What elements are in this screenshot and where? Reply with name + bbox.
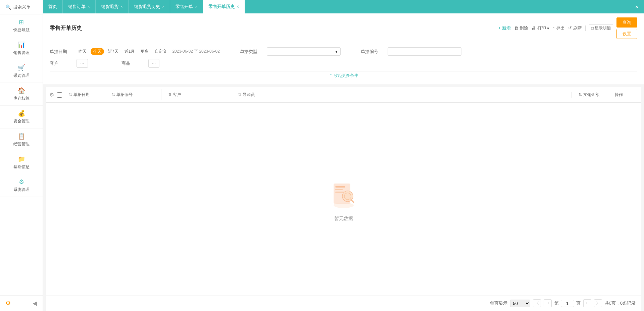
purchase-mgmt-icon: 🛒 (18, 64, 25, 71)
customer-picker[interactable]: ··· (77, 59, 88, 68)
print-button[interactable]: 🖨 打印 ▾ (532, 25, 549, 31)
sidebar-footer: ⚙ ◀ (0, 295, 43, 311)
per-page-label: 每页显示 (490, 300, 507, 306)
col-header-date[interactable]: ⇅ 单据日期 (65, 89, 105, 100)
bill-type-select[interactable]: ▾ (267, 47, 341, 56)
col-num-label: 单据编号 (116, 92, 133, 98)
delete-button[interactable]: 🗑 删除 (514, 25, 529, 31)
next-page-button[interactable]: 〉 (583, 299, 591, 307)
first-page-button[interactable]: 《 (533, 299, 541, 307)
tab-sales-return-history-close[interactable]: × (162, 4, 164, 9)
tab-retail-history[interactable]: 零售开单历史 × (203, 0, 245, 13)
tab-retail-history-label: 零售开单历史 (208, 4, 235, 10)
export-button[interactable]: ↑ 导出 (553, 25, 565, 31)
tab-sales-order[interactable]: 销售订单 × (63, 0, 96, 13)
tab-sales-return-history[interactable]: 销货退货历史 × (129, 0, 170, 13)
tab-retail-open-close[interactable]: × (195, 4, 197, 9)
date-btn-7days[interactable]: 近7天 (106, 48, 120, 55)
per-page-select[interactable]: 10 20 50 100 (510, 300, 530, 307)
date-buttons: 昨天 今天 近7天 近1月 更多 自定义 2023-06-02 至 2023-0… (77, 48, 220, 55)
sidebar-item-sales-mgmt[interactable]: 📊 销售管理 (0, 37, 43, 60)
topbar-tabs: 首页 销售订单 × 销货退货 × 销货退货历史 × 零售开单 × 零售开单历史 … (43, 0, 245, 13)
sidebar-item-sys-mgmt[interactable]: ⚙ 系统管理 (0, 174, 43, 197)
collapse-sidebar-icon[interactable]: ◀ (33, 300, 37, 307)
window-close-button[interactable]: ✕ (635, 4, 639, 9)
sidebar-item-finance[interactable]: 💰 资金管理 (0, 106, 43, 128)
display-cols-button[interactable]: □ 显示明细 (589, 24, 613, 32)
print-arrow-icon: ▾ (547, 26, 549, 31)
tab-sales-order-close[interactable]: × (88, 4, 90, 9)
date-btn-custom[interactable]: 自定义 (153, 48, 169, 55)
sidebar-nav: ⊞ 快捷导航 📊 销售管理 🛒 采购管理 🏠 库存核算 💰 资金管理 📋 经营管… (0, 14, 43, 295)
col-date-label: 单据日期 (73, 92, 90, 98)
inventory-icon: 🏠 (18, 87, 25, 94)
filter-area: 单据日期 昨天 今天 近7天 近1月 更多 自定义 2023-06-02 至 2… (43, 43, 644, 84)
sidebar-search-label: 搜索采单 (13, 4, 31, 10)
customer-label: 客户 (50, 60, 70, 66)
col-header-customer[interactable]: ⇅ 客户 (164, 89, 231, 100)
tab-sales-return-close[interactable]: × (120, 4, 123, 9)
filter-row-1: 单据日期 昨天 今天 近7天 近1月 更多 自定义 2023-06-02 至 2… (50, 47, 637, 56)
page-suffix: 页 (576, 300, 581, 306)
page-number-input[interactable] (561, 300, 574, 307)
first-page-icon: 《 (535, 301, 539, 306)
col-guide-label: 导购员 (243, 92, 255, 98)
finance-icon: 💰 (18, 110, 25, 117)
sidebar-item-inventory[interactable]: 🏠 库存核算 (0, 83, 43, 106)
collapse-filter-btn[interactable]: ⌃ 收起更多条件 (50, 71, 637, 80)
base-info-icon: 📁 (18, 155, 25, 163)
tab-home[interactable]: 首页 (43, 0, 63, 13)
date-btn-today[interactable]: 今天 (91, 48, 104, 55)
col-header-action: 操作 (611, 89, 638, 100)
goods-picker[interactable]: ··· (148, 59, 160, 68)
collapse-icon: ⌃ (329, 73, 333, 78)
table-settings-icon[interactable]: ⚙ (49, 92, 54, 98)
settings-footer-icon[interactable]: ⚙ (5, 300, 11, 307)
select-all-checkbox[interactable] (57, 92, 62, 98)
date-label: 单据日期 (50, 49, 70, 55)
page-title: 零售开单历史 (50, 25, 82, 32)
prev-page-button[interactable]: 〈 (544, 299, 552, 307)
add-button[interactable]: + 新增 (498, 25, 511, 31)
sidebar-item-purchase-mgmt[interactable]: 🛒 采购管理 (0, 60, 43, 83)
tab-sales-return-history-label: 销货退货历史 (134, 4, 160, 10)
settings-button[interactable]: 设置 (616, 29, 637, 39)
quick-nav-label: 快捷导航 (13, 27, 30, 33)
col-header-guide[interactable]: ⇅ 导购员 (234, 89, 274, 100)
col-customer-sort-icon: ⇅ (168, 93, 171, 97)
table-toolbar: ⚙ ⇅ 单据日期 ⇅ 单据编号 ⇅ 客户 ⇅ 导购员 (46, 87, 641, 103)
table-area: ⚙ ⇅ 单据日期 ⇅ 单据编号 ⇅ 客户 ⇅ 导购员 (46, 87, 641, 311)
col-header-num[interactable]: ⇅ 单据编号 (108, 89, 161, 100)
page-header: 零售开单历史 + 新增 🗑 删除 🖨 打印 ▾ ↑ 导出 ↺ 刷新 □ 显示明细… (43, 13, 644, 43)
bill-num-input[interactable] (388, 47, 461, 56)
svg-line-6 (351, 200, 354, 202)
col-customer-label: 客户 (173, 92, 181, 98)
inventory-label: 库存核算 (13, 96, 30, 101)
sidebar-item-quick-nav[interactable]: ⊞ 快捷导航 (0, 14, 43, 37)
col-guide-sort-icon: ⇅ (238, 93, 241, 97)
last-page-button[interactable]: 》 (594, 299, 602, 307)
refresh-button[interactable]: ↺ 刷新 (568, 25, 582, 31)
col-header-amount[interactable]: ⇅ 实销金额 (575, 89, 608, 100)
date-btn-yesterday[interactable]: 昨天 (77, 48, 89, 55)
query-button[interactable]: 查询 (616, 17, 637, 28)
tab-retail-open-label: 零售开单 (176, 4, 193, 10)
tab-sales-return[interactable]: 销货退货 × (96, 0, 129, 13)
sales-mgmt-label: 销售管理 (13, 50, 30, 56)
tab-retail-history-close[interactable]: × (237, 4, 239, 9)
svg-rect-3 (335, 189, 343, 190)
sidebar-item-ops-mgmt[interactable]: 📋 经营管理 (0, 128, 43, 151)
bill-type-arrow-icon: ▾ (335, 49, 338, 54)
sidebar: 🔍 搜索采单 ⊞ 快捷导航 📊 销售管理 🛒 采购管理 🏠 库存核算 💰 资金管… (0, 0, 43, 311)
display-checkbox-icon: □ (591, 26, 594, 31)
date-btn-1month[interactable]: 近1月 (122, 48, 137, 55)
sidebar-item-base-info[interactable]: 📁 基础信息 (0, 151, 43, 174)
sidebar-search[interactable]: 🔍 搜索采单 (0, 0, 43, 14)
display-label: 显示明细 (595, 25, 611, 31)
next-page-icon: 〉 (585, 301, 589, 306)
date-btn-more[interactable]: 更多 (139, 48, 151, 55)
main-content: 首页 销售订单 × 销货退货 × 销货退货历史 × 零售开单 × 零售开单历史 … (43, 0, 644, 311)
svg-rect-2 (335, 186, 345, 188)
base-info-label: 基础信息 (13, 164, 30, 170)
tab-retail-open[interactable]: 零售开单 × (170, 0, 203, 13)
